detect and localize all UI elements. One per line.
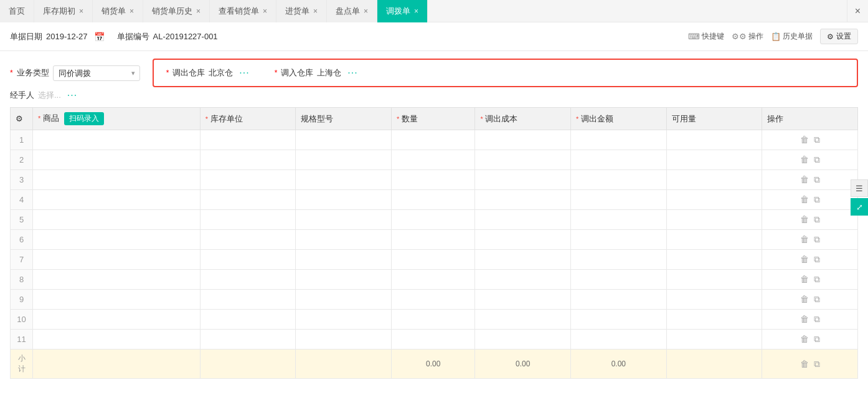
amount-cell[interactable]: [571, 170, 667, 190]
cost-cell[interactable]: [475, 150, 571, 170]
available-cell[interactable]: [666, 170, 762, 190]
amount-cell[interactable]: [571, 150, 667, 170]
copy-icon[interactable]: ⧉: [814, 194, 820, 205]
tab-view-sales[interactable]: 查看销货单 ×: [210, 0, 276, 22]
copy-icon[interactable]: ⧉: [814, 274, 820, 285]
delete-icon[interactable]: 🗑: [800, 214, 809, 225]
delete-icon[interactable]: 🗑: [800, 234, 809, 245]
qty-cell[interactable]: [392, 310, 475, 330]
business-type-select-wrapper[interactable]: 同价调拨: [53, 65, 140, 81]
spec-cell[interactable]: [296, 130, 392, 150]
shortcut-btn[interactable]: ⌨ 快捷键: [688, 31, 724, 42]
unit-cell[interactable]: [200, 250, 296, 270]
available-cell[interactable]: [666, 250, 762, 270]
settings-button[interactable]: ⚙ 设置: [820, 29, 858, 44]
warehouse-in-more[interactable]: ···: [347, 67, 357, 79]
copy-icon[interactable]: ⧉: [814, 214, 820, 225]
tab-transfer[interactable]: 调拨单 ×: [377, 0, 428, 22]
copy-icon[interactable]: ⧉: [814, 174, 820, 185]
scan-entry-button[interactable]: 扫码录入: [64, 112, 104, 125]
cost-cell[interactable]: [475, 190, 571, 210]
close-sales-history[interactable]: ×: [196, 7, 200, 16]
tab-sales-order[interactable]: 销货单 ×: [93, 0, 143, 22]
tab-purchase-order[interactable]: 进货单 ×: [276, 0, 327, 22]
unit-cell[interactable]: [200, 130, 296, 150]
cost-cell[interactable]: [475, 330, 571, 350]
unit-cell[interactable]: [200, 170, 296, 190]
spec-cell[interactable]: [296, 250, 392, 270]
spec-cell[interactable]: [296, 210, 392, 230]
delete-icon[interactable]: 🗑: [800, 274, 809, 285]
delete-icon[interactable]: 🗑: [800, 135, 809, 145]
available-cell[interactable]: [666, 330, 762, 350]
product-cell[interactable]: [33, 170, 200, 190]
delete-icon[interactable]: 🗑: [800, 194, 809, 205]
close-transfer[interactable]: ×: [414, 7, 418, 16]
available-cell[interactable]: [666, 150, 762, 170]
history-btn[interactable]: 📋 历史单据: [771, 31, 813, 42]
close-inventory-init[interactable]: ×: [79, 7, 83, 16]
copy-icon[interactable]: ⧉: [814, 314, 820, 325]
qty-cell[interactable]: [392, 150, 475, 170]
th-settings[interactable]: ⚙: [11, 108, 33, 130]
delete-icon[interactable]: 🗑: [800, 294, 809, 305]
product-cell[interactable]: [33, 250, 200, 270]
close-window-button[interactable]: ×: [847, 0, 868, 22]
tab-sales-history[interactable]: 销货单历史 ×: [143, 0, 210, 22]
amount-cell[interactable]: [571, 330, 667, 350]
delete-icon[interactable]: 🗑: [800, 174, 809, 185]
qty-cell[interactable]: [392, 210, 475, 230]
amount-cell[interactable]: [571, 130, 667, 150]
available-cell[interactable]: [666, 290, 762, 310]
copy-icon[interactable]: ⧉: [814, 234, 820, 245]
product-cell[interactable]: [33, 270, 200, 290]
unit-cell[interactable]: [200, 150, 296, 170]
amount-cell[interactable]: [571, 190, 667, 210]
copy-icon[interactable]: ⧉: [814, 135, 820, 145]
product-cell[interactable]: [33, 210, 200, 230]
cost-cell[interactable]: [475, 310, 571, 330]
available-cell[interactable]: [666, 130, 762, 150]
warehouse-out-more[interactable]: ···: [239, 67, 249, 79]
unit-cell[interactable]: [200, 210, 296, 230]
cost-cell[interactable]: [475, 250, 571, 270]
product-cell[interactable]: [33, 230, 200, 250]
delete-icon[interactable]: 🗑: [800, 155, 809, 165]
spec-cell[interactable]: [296, 150, 392, 170]
qty-cell[interactable]: [392, 270, 475, 290]
copy-icon[interactable]: ⧉: [814, 334, 820, 345]
tab-inventory-init[interactable]: 库存期初 ×: [34, 0, 93, 22]
product-cell[interactable]: [33, 190, 200, 210]
unit-cell[interactable]: [200, 230, 296, 250]
product-cell[interactable]: [33, 130, 200, 150]
handler-input[interactable]: 选择...: [38, 90, 61, 101]
close-sales-order[interactable]: ×: [130, 7, 134, 16]
unit-cell[interactable]: [200, 190, 296, 210]
subtotal-delete-icon[interactable]: 🗑: [800, 359, 809, 369]
qty-cell[interactable]: [392, 290, 475, 310]
amount-cell[interactable]: [571, 310, 667, 330]
delete-icon[interactable]: 🗑: [800, 314, 809, 325]
subtotal-copy-icon[interactable]: ⧉: [814, 359, 820, 369]
business-type-select[interactable]: 同价调拨: [53, 65, 140, 81]
cost-cell[interactable]: [475, 130, 571, 150]
product-cell[interactable]: [33, 150, 200, 170]
unit-cell[interactable]: [200, 270, 296, 290]
spec-cell[interactable]: [296, 290, 392, 310]
calendar-icon[interactable]: 📅: [94, 32, 105, 42]
float-list-icon[interactable]: ☰: [851, 179, 868, 197]
amount-cell[interactable]: [571, 230, 667, 250]
product-cell[interactable]: [33, 290, 200, 310]
spec-cell[interactable]: [296, 230, 392, 250]
available-cell[interactable]: [666, 230, 762, 250]
available-cell[interactable]: [666, 270, 762, 290]
amount-cell[interactable]: [571, 270, 667, 290]
product-cell[interactable]: [33, 310, 200, 330]
unit-cell[interactable]: [200, 310, 296, 330]
delete-icon[interactable]: 🗑: [800, 254, 809, 265]
cost-cell[interactable]: [475, 170, 571, 190]
amount-cell[interactable]: [571, 250, 667, 270]
qty-cell[interactable]: [392, 230, 475, 250]
copy-icon[interactable]: ⧉: [814, 155, 820, 165]
qty-cell[interactable]: [392, 190, 475, 210]
